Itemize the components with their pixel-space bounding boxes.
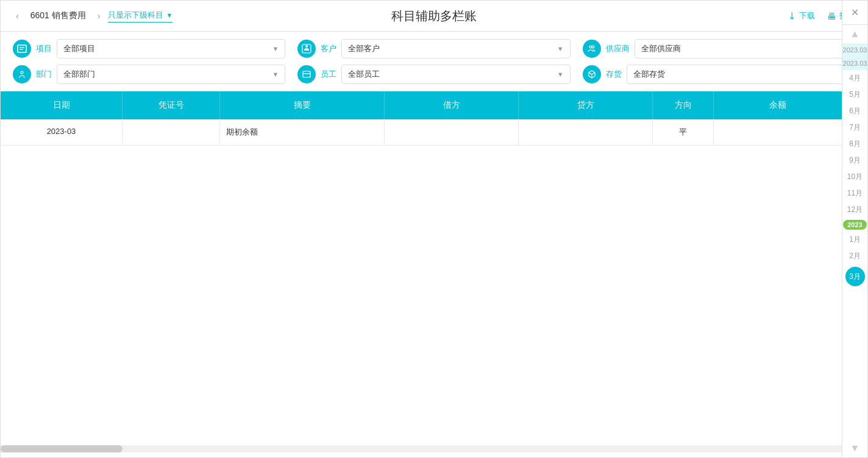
customer-filter: 客户 全部客户 ▼ [297, 39, 570, 58]
project-filter: 项目 全部项目 ▼ [13, 39, 285, 58]
sidebar-month-5[interactable]: 5月 [842, 86, 867, 103]
scrollbar-track[interactable] [1, 445, 842, 453]
project-dropdown-icon: ▼ [272, 45, 279, 52]
close-icon: ✕ [851, 7, 859, 18]
svg-point-6 [21, 71, 23, 74]
sidebar-active-month-container: 3月 [845, 264, 865, 289]
show-sub-dropdown[interactable]: 只显示下级科目 ▼ [108, 10, 173, 23]
sidebar-month-10[interactable]: 10月 [842, 169, 867, 185]
cell-direction: 平 [653, 119, 714, 145]
svg-line-10 [589, 72, 592, 74]
sidebar-month-11[interactable]: 11月 [842, 185, 867, 202]
supplier-icon [583, 40, 601, 58]
download-button[interactable]: ⤓ 下载 [788, 10, 815, 21]
sidebar-month-3-active[interactable]: 3月 [845, 267, 865, 286]
inventory-icon [583, 65, 601, 83]
customer-icon [297, 40, 316, 58]
department-select[interactable]: 全部部门 ▼ [57, 65, 285, 84]
supplier-select[interactable]: 全部供应商 ▼ [635, 39, 855, 58]
cell-debit [385, 119, 519, 145]
svg-rect-7 [303, 71, 310, 77]
supplier-filter: 供应商 全部供应商 ▼ [583, 39, 855, 58]
print-icon: 🖶 [827, 11, 836, 21]
employee-icon [297, 65, 316, 83]
account-code: 6601 销售费用 [27, 9, 90, 23]
sidebar-month-12[interactable]: 12月 [842, 202, 867, 218]
year-badge: 2023 [843, 220, 866, 230]
svg-rect-0 [18, 45, 26, 52]
col-debit: 借方 [385, 91, 519, 119]
table-wrapper: 日期 凭证号 摘要 借方 贷方 方向 余额 2023-03 期初余额 平 [1, 91, 867, 146]
header-left: ‹ 6601 销售费用 › 只显示下级科目 ▼ [13, 9, 173, 23]
table-header: 日期 凭证号 摘要 借方 贷方 方向 余额 [1, 91, 867, 119]
svg-line-11 [592, 72, 595, 74]
col-credit: 贷方 [519, 91, 653, 119]
download-icon: ⤓ [788, 10, 796, 21]
main-container: ‹ 6601 销售费用 › 只显示下级科目 ▼ 科目辅助多栏账 ⤓ 下载 🖶 打… [0, 0, 868, 458]
department-filter: 部门 全部部门 ▼ [13, 65, 285, 84]
sidebar-scroll-up-button[interactable]: ▲ [850, 25, 860, 43]
scrollbar-thumb[interactable] [1, 445, 123, 453]
cell-summary: 期初余额 [220, 119, 385, 145]
prev-account-button[interactable]: ‹ [13, 10, 22, 22]
sidebar-month-2023-03-b[interactable]: 2023.03 [842, 57, 867, 70]
sidebar-month-2023-03-a[interactable]: 2023.03 [842, 43, 867, 57]
customer-dropdown-icon: ▼ [557, 45, 564, 52]
filter-row-2: 部门 全部部门 ▼ 员工 全部员工 ▼ 存货 [13, 65, 855, 84]
filters-panel: 项目 全部项目 ▼ 客户 全部客户 ▼ 供应 [1, 32, 867, 91]
table-body: 2023-03 期初余额 平 [1, 119, 867, 146]
inventory-select[interactable]: 全部存货 ▼ [627, 65, 855, 84]
svg-point-5 [592, 46, 594, 48]
cell-date: 2023-03 [1, 119, 123, 145]
page-title: 科目辅助多栏账 [391, 8, 477, 24]
sidebar-month-1[interactable]: 1月 [842, 231, 867, 248]
cell-credit [519, 119, 653, 145]
col-direction: 方向 [653, 91, 714, 119]
col-voucher: 凭证号 [123, 91, 220, 119]
sidebar-month-7[interactable]: 7月 [842, 119, 867, 136]
right-sidebar: ✕ ▲ 2023.03 2023.03 4月 5月 6月 7月 8月 9月 10… [842, 1, 867, 457]
close-button[interactable]: ✕ [842, 1, 867, 25]
next-account-button[interactable]: › [94, 10, 104, 22]
sidebar-scroll-down-button[interactable]: ▼ [850, 439, 860, 457]
year-badge-container: 2023 [843, 218, 866, 231]
show-sub-arrow-icon: ▼ [166, 12, 173, 19]
table-row[interactable]: 2023-03 期初余额 平 [1, 119, 867, 146]
sidebar-month-6[interactable]: 6月 [842, 103, 867, 119]
customer-select[interactable]: 全部客户 ▼ [341, 39, 570, 58]
col-summary: 摘要 [220, 91, 385, 119]
sidebar-month-4[interactable]: 4月 [842, 70, 867, 86]
inventory-filter: 存货 全部存货 ▼ [583, 65, 855, 84]
project-select[interactable]: 全部项目 ▼ [57, 39, 285, 58]
header: ‹ 6601 销售费用 › 只显示下级科目 ▼ 科目辅助多栏账 ⤓ 下载 🖶 打… [1, 1, 867, 32]
department-icon [13, 65, 31, 83]
sidebar-months: 2023.03 2023.03 4月 5月 6月 7月 8月 9月 10月 11… [842, 43, 867, 289]
cell-voucher [123, 119, 220, 145]
cell-balance [714, 119, 842, 145]
col-date: 日期 [1, 91, 123, 119]
project-icon [13, 40, 31, 58]
sidebar-month-2[interactable]: 2月 [842, 248, 867, 264]
employee-dropdown-icon: ▼ [557, 71, 564, 78]
employee-filter: 员工 全部员工 ▼ [297, 65, 570, 84]
department-dropdown-icon: ▼ [272, 71, 279, 78]
col-balance: 余额 [714, 91, 842, 119]
filter-row-1: 项目 全部项目 ▼ 客户 全部客户 ▼ 供应 [13, 39, 855, 58]
sidebar-month-8[interactable]: 8月 [842, 136, 867, 152]
employee-select[interactable]: 全部员工 ▼ [341, 65, 570, 84]
sidebar-month-9[interactable]: 9月 [842, 152, 867, 169]
